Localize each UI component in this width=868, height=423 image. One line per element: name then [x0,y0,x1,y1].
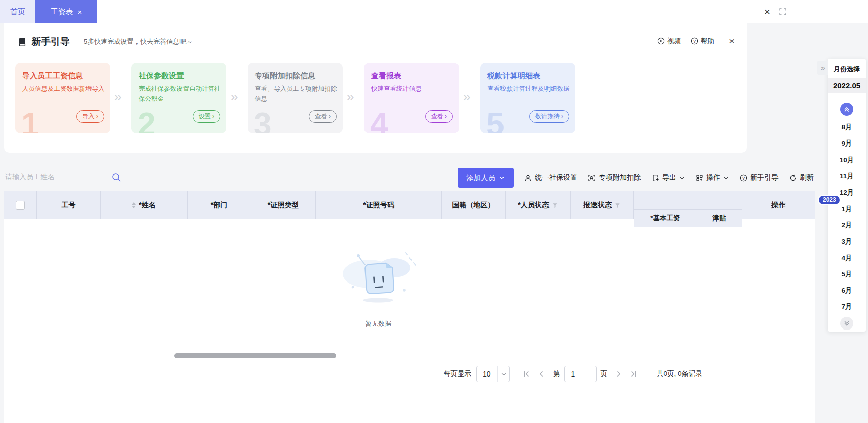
month-item[interactable]: 2月 [828,217,866,233]
step-action-button[interactable]: 查看 [309,110,337,123]
per-page-select[interactable]: 10 [476,366,510,382]
month-item[interactable]: 7月 [828,299,866,315]
header-cell-report-status[interactable]: 报送状态 [571,191,634,219]
step-action-button[interactable]: 设置 [193,110,220,123]
panel-collapse-icon[interactable]: » [817,61,828,75]
header-cell-cert-type[interactable]: *证照类型 [251,191,316,219]
horizontal-scrollbar[interactable] [174,353,336,358]
step-action-button[interactable]: 查看 [425,110,453,123]
prev-page-button[interactable] [537,369,546,379]
empty-text: 暂无数据 [334,319,423,328]
video-label: 视频 [667,37,681,46]
operations-button[interactable]: 操作 [696,173,729,182]
refresh-label: 刷新 [800,173,814,182]
search-icon[interactable] [111,172,121,182]
header-name-label: *姓名 [139,201,155,210]
newbie-guide-button[interactable]: ? 新手引导 [740,173,779,182]
header-cell-cert-number[interactable]: *证照号码 [316,191,442,219]
header-cell-base-salary[interactable]: *基本工资 [634,210,697,227]
export-button[interactable]: 导出 [652,173,685,182]
header-cell-person-status[interactable]: *人员状态 [506,191,571,219]
add-person-button[interactable]: 添加人员 [458,168,514,188]
payroll-app: 首页 工资表 × × 新手引导 5步快速完成设置，快去完善信息吧～ 视频 [0,0,868,423]
page-number-input[interactable] [564,366,597,382]
filter-funnel-icon[interactable] [614,202,621,209]
refresh-icon [789,174,797,182]
header-cell-department[interactable]: *部门 [188,191,251,219]
chevron-down-icon [679,175,685,181]
step-number: 3 [254,108,272,133]
toolbar-buttons: 添加人员 统一社保设置 专项附加扣除 [458,168,814,188]
help-button[interactable]: ? 帮助 [691,37,714,46]
guide-step-social: 社保参数设置 完成社保参数设置自动计算社保公积金 2 设置 [131,63,226,133]
fullscreen-icon[interactable] [779,8,787,16]
next-page-button[interactable] [614,369,623,379]
month-item[interactable]: 5月 [828,266,866,283]
empty-state: 暂无数据 [334,248,423,328]
scroll-up-button[interactable] [840,103,853,116]
guide-title: 新手引导 [31,35,70,49]
scroll-down-button[interactable] [840,317,853,330]
month-list: 8月 9月 10月 11月 12月 1月 2月 3月 4月 5月 6月 7月 [828,119,866,315]
person-status-label: *人员状态 [518,201,549,210]
header-cell-operation: 操作 [742,191,815,219]
tab-payroll[interactable]: 工资表 × [35,0,97,23]
header-cell-nationality[interactable]: 国籍（地区） [442,191,506,219]
month-item[interactable]: 3月 [828,233,866,250]
step-title: 社保参数设置 [139,71,219,81]
step-action-button[interactable]: 敬请期待 [529,110,569,123]
newbie-guide-panel: 新手引导 5步快速完成设置，快去完善信息吧～ 视频 ? 帮助 × 导入员工工资信… [4,23,747,153]
sort-icon[interactable] [132,202,136,208]
month-item[interactable]: 11月 [828,168,866,184]
per-page-value: 10 [477,370,497,378]
header-cell-select [4,191,37,219]
refresh-button[interactable]: 刷新 [789,173,814,182]
special-deduction-label: 专项附加扣除 [599,173,641,182]
month-item[interactable]: 10月 [828,152,866,168]
step-desc: 查看税款计算过程及明细数据 [487,84,570,94]
tab-bar: 首页 工资表 × × [0,0,868,23]
unified-social-button[interactable]: 统一社保设置 [524,173,577,182]
month-panel-title: 月份选择 [828,59,866,74]
window-close-icon[interactable]: × [759,4,775,20]
toolbar: 添加人员 统一社保设置 专项附加扣除 [4,168,815,188]
month-item[interactable]: 8月 [828,119,866,135]
step-action-button[interactable]: 导入 [76,110,104,123]
guide-close-icon[interactable]: × [729,36,735,46]
unified-social-label: 统一社保设置 [535,173,577,182]
tab-close-icon[interactable]: × [78,8,82,16]
step-arrow-icon: » [108,90,126,104]
video-button[interactable]: 视频 [657,37,681,46]
filter-funnel-icon[interactable] [552,202,558,209]
month-panel: » 月份选择 2022.05 2023 8月 9月 10月 11月 12月 1月… [828,59,866,332]
month-item[interactable]: 6月 [828,283,866,299]
step-title: 税款计算明细表 [487,71,568,81]
export-doc-icon [652,174,659,182]
chevron-down-icon [497,366,509,382]
header-cell-id[interactable]: 工号 [37,191,101,219]
tab-home[interactable]: 首页 [0,0,35,23]
step-title: 查看报表 [371,71,452,81]
search-input[interactable] [4,173,111,182]
special-deduction-button[interactable]: 专项附加扣除 [588,173,641,182]
pagination: 每页显示 10 第 页 共0页, 0条记录 [444,365,702,383]
step-number: 5 [486,108,505,133]
page-prefix-label: 第 [553,369,560,379]
step-number: 2 [138,108,156,133]
empty-illustration [334,248,423,307]
guide-step-tax: 税款计算明细表 查看税款计算过程及明细数据 5 敬请期待 [480,63,575,133]
last-page-button[interactable] [629,369,638,379]
header-cell-allowance[interactable]: 津贴 [697,210,742,227]
tab-payroll-label: 工资表 [51,7,73,17]
header-cell-name[interactable]: *姓名 [101,191,188,219]
select-all-checkbox[interactable] [16,201,25,210]
help-label: 帮助 [701,37,714,46]
first-page-button[interactable] [522,369,531,379]
step-desc: 完成社保参数设置自动计算社保公积金 [139,84,221,104]
month-item[interactable]: 9月 [828,135,866,152]
question-circle-icon: ? [740,174,747,182]
month-item[interactable]: 4月 [828,250,866,266]
chevron-down-icon [499,175,505,181]
salary-subheader-row: *基本工资 津贴 [634,209,742,227]
step-title: 导入员工工资信息 [22,71,103,81]
